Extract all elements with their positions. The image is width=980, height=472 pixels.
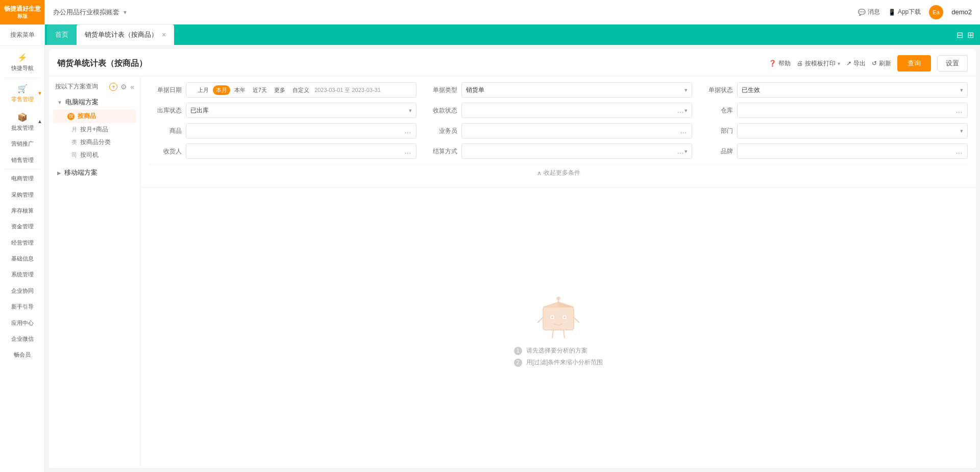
tree-sub-driver-label: 按司机: [80, 151, 99, 159]
sidebar-item-operation[interactable]: 经营管理: [0, 235, 44, 251]
sidebar-item-quick-nav[interactable]: ⚡ 快捷导航: [0, 48, 44, 77]
app-download-button[interactable]: 📱 App下载: [888, 8, 921, 16]
7days-btn[interactable]: 近7天: [250, 85, 270, 95]
page-actions: ❓ 帮助 🖨 按模板打印 ▾ ↗ 导出 ↺ 刷新: [769, 55, 968, 72]
sidebar-search[interactable]: 搜索菜单: [0, 25, 44, 46]
sidebar-item-purchase[interactable]: 采购管理: [0, 187, 44, 203]
sidebar-item-inventory[interactable]: 库存核算: [0, 203, 44, 219]
empty-illustration: [533, 289, 584, 340]
body-area: 按以下方案查询 + ⚙ « ▼ 电脑端方案 按: [49, 76, 976, 468]
sidebar-item-appcenter[interactable]: 应用中心: [0, 315, 44, 331]
date-quick-buttons: 上月 本月 本年 近7天 更多 自定义: [194, 85, 312, 95]
more-btn[interactable]: 更多: [271, 85, 288, 95]
refresh-icon: ↺: [872, 60, 877, 67]
sidebar-item-enterprise[interactable]: 企业协同: [0, 283, 44, 299]
doc-type-control[interactable]: 销货单 ▾: [461, 82, 692, 98]
search-menu-label[interactable]: 搜索菜单: [3, 29, 41, 41]
salesperson-control[interactable]: …: [461, 123, 692, 138]
brand-control[interactable]: …: [737, 144, 968, 159]
sidebar-item-sales-label: 销售管理: [11, 156, 34, 164]
brand-label: 品牌: [700, 147, 737, 156]
payment-label: 结算方式: [425, 147, 461, 156]
sidebar-item-wholesale[interactable]: 📦 批发管理 ▲: [0, 108, 44, 136]
step-num-2: 2: [514, 359, 522, 367]
svg-line-9: [552, 330, 553, 338]
sidebar-item-basic[interactable]: 基础信息: [0, 251, 44, 267]
tree-arrow-mobile: ▶: [57, 170, 61, 176]
stock-status-label: 出库状态: [149, 106, 186, 115]
salesperson-dots: …: [680, 127, 688, 135]
wholesale-expand-icon: ▲: [37, 118, 42, 125]
collapse-panel-icon[interactable]: «: [130, 83, 134, 91]
goods-control[interactable]: …: [186, 123, 416, 138]
export-button[interactable]: ↗ 导出: [846, 59, 866, 68]
sidebar-item-system[interactable]: 系统管理: [0, 267, 44, 282]
date-control[interactable]: 上月 本月 本年 近7天 更多 自定义 2023-03-01 至 2023-03…: [186, 82, 416, 98]
retail-icon: 🛒: [17, 83, 28, 95]
print-button[interactable]: 🖨 按模板打印 ▾: [797, 59, 840, 68]
avatar-text: Ea: [933, 9, 940, 15]
tab-home[interactable]: 首页: [47, 25, 77, 45]
header-dropdown-icon[interactable]: ▾: [124, 9, 127, 16]
doc-status-label: 单据状态: [700, 86, 737, 95]
receiver-control[interactable]: …: [186, 144, 416, 159]
collapse-bar[interactable]: ∧ 收起更多条件: [149, 164, 968, 181]
svg-point-6: [557, 297, 560, 300]
tree-sub-goods-category[interactable]: 类 按商品分类: [53, 136, 136, 149]
tree-child-by-goods[interactable]: 按 按商品: [53, 109, 136, 123]
sidebar-item-purchase-label: 采购管理: [11, 191, 34, 199]
doc-status-value: 已生效: [742, 86, 960, 95]
tab-maximize-icon[interactable]: ⊞: [967, 30, 974, 40]
custom-btn[interactable]: 自定义: [289, 85, 312, 95]
sidebar-item-corpwechat[interactable]: 企业微信: [0, 331, 44, 347]
dept-control[interactable]: ▾: [737, 123, 968, 138]
tree-sub-month-goods[interactable]: 月 按月+商品: [53, 123, 136, 136]
receive-status-control[interactable]: … ▾: [461, 103, 692, 118]
tab-active[interactable]: 销货单统计表（按商品） ×: [77, 25, 174, 45]
filter-item-salesperson: 业务员 …: [425, 123, 692, 138]
tree-parent-pc[interactable]: ▼ 电脑端方案: [53, 95, 136, 109]
filter-item-goods: 商品 …: [149, 123, 416, 138]
this-year-btn[interactable]: 本年: [231, 85, 249, 95]
sidebar-item-sales[interactable]: 销售管理: [0, 152, 44, 168]
sidebar-item-marketing[interactable]: 营销推广: [0, 136, 44, 152]
sidebar-item-enterprise-label: 企业协同: [11, 287, 34, 295]
left-panel-title: 按以下方案查询: [55, 82, 98, 91]
filter-row-1: 单据日期 上月 本月 本年 近7天 更多 自定义: [149, 82, 968, 98]
svg-point-3: [551, 316, 553, 318]
doc-type-value: 销货单: [466, 86, 684, 95]
prev-month-btn[interactable]: 上月: [194, 85, 212, 95]
warehouse-control[interactable]: …: [737, 103, 968, 118]
logo-sub: 标版: [17, 13, 28, 19]
settings-scheme-icon[interactable]: ⚙: [120, 83, 127, 91]
doc-status-control[interactable]: 已生效 ▾: [737, 82, 968, 98]
tree-parent-mobile[interactable]: ▶ 移动端方案: [53, 166, 136, 180]
refresh-button[interactable]: ↺ 刷新: [872, 59, 891, 68]
query-button[interactable]: 查询: [897, 55, 931, 72]
divider-2: [4, 169, 40, 170]
sidebar-item-quick-nav-label: 快捷导航: [11, 64, 34, 72]
tab-close-icon[interactable]: ×: [162, 31, 166, 39]
sidebar-item-guide-label: 新手引导: [11, 303, 34, 311]
empty-step-2: 2 用[过滤]条件来缩小分析范围: [514, 358, 603, 367]
user-name[interactable]: demo2: [951, 8, 972, 16]
sidebar-item-guide[interactable]: 新手引导: [0, 299, 44, 315]
sidebar-item-retail[interactable]: 🛒 零售管理 ▼: [0, 79, 44, 108]
tab-minimize-icon[interactable]: ⊟: [957, 30, 963, 40]
help-button[interactable]: ❓ 帮助: [769, 59, 791, 68]
tree-sub-driver[interactable]: 司 按司机: [53, 149, 136, 161]
dept-label: 部门: [700, 127, 737, 135]
sidebar-item-finance[interactable]: 资金管理: [0, 219, 44, 234]
message-button[interactable]: 💬 消息: [858, 8, 880, 16]
help-icon: ❓: [769, 60, 776, 67]
sidebar-item-ecommerce[interactable]: 电商管理: [0, 171, 44, 186]
add-scheme-icon[interactable]: +: [109, 83, 117, 91]
sidebar-item-member[interactable]: 畅会员: [0, 347, 44, 363]
settings-button[interactable]: 设置: [937, 55, 968, 72]
content-area: 销货单统计表（按商品） ❓ 帮助 🖨 按模板打印 ▾ ↗ 导出: [45, 45, 980, 472]
goods-category-icon: 类: [71, 138, 77, 146]
payment-control[interactable]: … ▾: [461, 144, 692, 159]
stock-status-control[interactable]: 已出库 ▾: [186, 103, 416, 118]
this-month-btn[interactable]: 本月: [213, 85, 230, 95]
warehouse-dots: …: [955, 106, 963, 114]
